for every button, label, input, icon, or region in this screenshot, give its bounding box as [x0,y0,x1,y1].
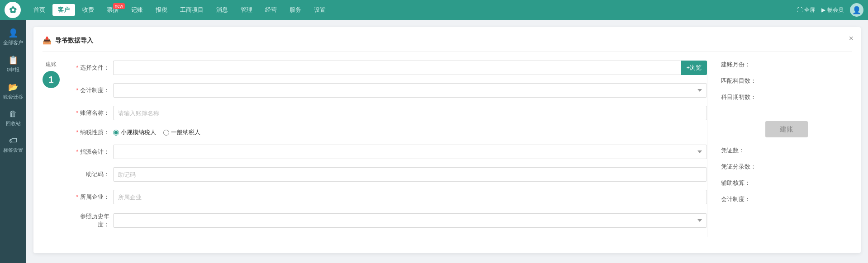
label-select-file: 选择文件： [73,64,109,72]
nav-item-fee[interactable]: 收费 [77,4,100,16]
right-label-voucher-entries: 凭证分录数： [721,163,762,171]
import-icon: 📥 [43,36,52,45]
nav-item-business[interactable]: 工商项目 [175,4,209,16]
form-left: 建账 1 选择文件： +浏览 [43,61,707,237]
nav-item-service[interactable]: 服务 [284,4,307,16]
right-label-voucher-count: 凭证数： [721,146,762,155]
row-affiliated-company: 所属企业： [73,190,707,204]
row-ledger-name: 账簿名称： [73,106,707,120]
form-fields: 选择文件： +浏览 会计制度： [73,61,707,237]
nav-right: ⛶ 全屏 ▶ 畅会员 👤 [797,3,863,17]
right-label-aux-accounting: 辅助核算： [721,179,762,187]
form-layout: 建账 1 选择文件： +浏览 [43,61,852,237]
nav-item-tax[interactable]: 报税 [150,4,173,16]
fullscreen-button[interactable]: ⛶ 全屏 [797,6,815,14]
build-button[interactable]: 建账 [765,121,808,137]
row-tax-nature: 纳税性质： 小规模纳税人 一般纳税人 [73,128,707,136]
row-accounting-system: 会计制度： [73,83,707,98]
radio-general-taxpayer[interactable]: 一般纳税人 [163,128,200,136]
nav-item-message[interactable]: 消息 [211,4,233,16]
right-row-match-subjects: 匹配科目数： [721,77,852,85]
step-circle: 1 [43,71,60,88]
trash-icon: 🗑 [9,109,17,119]
customers-icon: 👤 [8,28,18,38]
label-memo-code: 助记码： [73,170,109,178]
sidebar-item-account-migration[interactable]: 📂 账套迁移 [0,79,26,104]
form-right: 建账月份： 匹配科目数： 科目期初数： 建账 凭证数： [707,61,852,237]
ref-historical-year-select[interactable] [113,213,707,228]
file-input-group: +浏览 [113,61,707,75]
memo-code-input[interactable] [113,167,707,182]
dialog-card: 📥 导爷数据导入 × 建账 1 选择文件： [33,27,861,253]
main-content: 📥 导爷数据导入 × 建账 1 选择文件： [26,20,868,263]
close-button[interactable]: × [849,34,854,42]
right-row-right-accounting-system: 会计制度： [721,195,852,203]
sidebar-item-tag-settings[interactable]: 🏷 标签设置 [0,132,26,157]
sidebar-item-zero-declaration[interactable]: 📋 0申报 [0,52,26,77]
radio-general-input[interactable] [163,130,169,136]
label-assigned-accountant: 指派会计： [73,148,109,156]
right-row-build-month: 建账月份： [721,61,852,69]
right-label-subject-init-count: 科目期初数： [721,93,762,101]
nav-item-manage[interactable]: 管理 [235,4,258,16]
assigned-accountant-select[interactable] [113,145,707,159]
fullscreen-icon: ⛶ [797,7,802,13]
tag-icon: 🏷 [9,136,17,146]
dialog-header: 📥 导爷数据导入 [43,36,852,52]
radio-small-label: 小规模纳税人 [121,128,156,136]
build-btn-row: 建账 [721,117,852,137]
member-icon: ▶ [821,7,825,13]
nav-item-home[interactable]: 首页 [28,4,51,16]
nav-item-customer[interactable]: 客户 [52,4,75,16]
nav-item-invoice[interactable]: 票据 new [101,4,124,16]
nav-items: 首页 客户 收费 票据 new 记账 报税 工商项目 消息 管理 经营 服务 设… [28,4,797,16]
nav-item-operation[interactable]: 经营 [260,4,282,16]
dialog-title: 导爷数据导入 [55,37,93,45]
nav-item-bookkeeping[interactable]: 记账 [126,4,148,16]
logo-icon: ✿ [9,5,17,15]
declaration-icon: 📋 [8,55,18,65]
sidebar-item-recycle[interactable]: 🗑 回收站 [0,106,26,131]
label-affiliated-company: 所属企业： [73,193,109,201]
radio-general-label: 一般纳税人 [171,128,200,136]
row-assigned-accountant: 指派会计： [73,145,707,159]
affiliated-company-input[interactable] [113,190,707,204]
radio-small-input[interactable] [113,130,119,136]
step-label: 建账 [46,61,57,68]
step-indicator: 建账 1 [43,61,60,237]
nav-logo: ✿ [5,2,21,18]
label-tax-nature: 纳税性质： [73,128,109,136]
file-input[interactable] [113,61,681,75]
sidebar-item-all-customers[interactable]: 👤 全部客户 [0,24,26,50]
right-label-build-month: 建账月份： [721,61,762,69]
row-ref-historical-year: 参照历史年度： [73,212,707,229]
nav-item-settings[interactable]: 设置 [308,4,331,16]
right-label-right-accounting-system: 会计制度： [721,195,762,203]
migration-icon: 📂 [8,82,18,92]
top-nav: ✿ 首页 客户 收费 票据 new 记账 报税 工商项目 消息 管理 经营 服务… [0,0,868,20]
right-row-voucher-entries: 凭证分录数： [721,163,852,171]
row-memo-code: 助记码： [73,167,707,182]
label-ledger-name: 账簿名称： [73,109,109,117]
right-label-match-subjects: 匹配科目数： [721,77,762,85]
accounting-system-select[interactable] [113,83,707,98]
sidebar: 👤 全部客户 📋 0申报 📂 账套迁移 🗑 回收站 🏷 标签设置 [0,20,26,263]
member-button[interactable]: ▶ 畅会员 [821,6,844,14]
radio-small-taxpayer[interactable]: 小规模纳税人 [113,128,156,136]
tax-nature-radio-group: 小规模纳税人 一般纳税人 [113,128,707,136]
label-accounting-system: 会计制度： [73,86,109,94]
right-row-subject-init-count: 科目期初数： [721,93,852,101]
browse-button[interactable]: +浏览 [681,61,707,75]
avatar[interactable]: 👤 [850,3,863,17]
right-row-voucher-count: 凭证数： [721,146,852,155]
right-row-aux-accounting: 辅助核算： [721,179,852,187]
label-ref-historical-year: 参照历史年度： [73,212,109,229]
ledger-name-input[interactable] [113,106,707,120]
row-select-file: 选择文件： +浏览 [73,61,707,75]
new-badge: new [113,3,125,9]
